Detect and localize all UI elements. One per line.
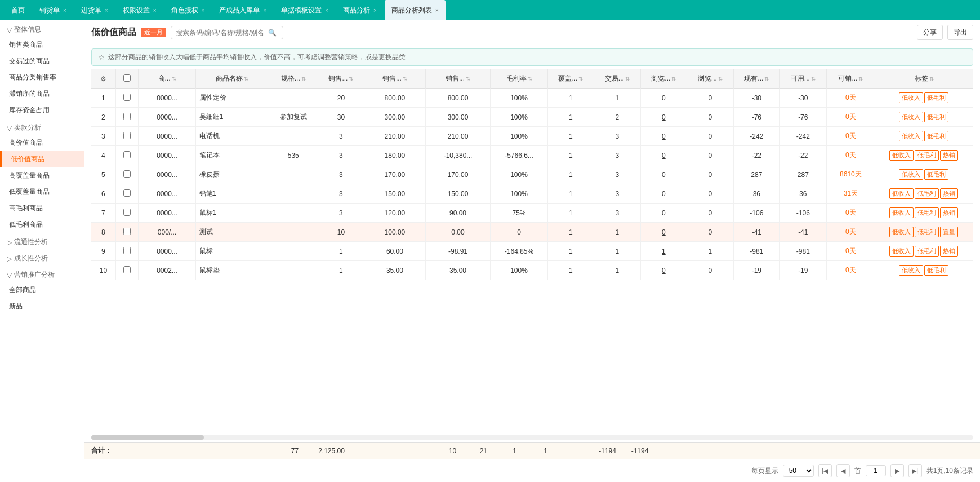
search-input[interactable] [176,29,266,37]
row-views1[interactable]: 0 [640,127,687,146]
col-header-margin[interactable]: 毛利率⇅ [491,69,547,89]
col-header-saleable[interactable]: 可销...⇅ [826,69,875,89]
sort-icon-current[interactable]: ⇅ [764,76,769,82]
sidebar-item-高覆盖量商品[interactable]: 高覆盖量商品 [0,167,84,184]
next-page-button[interactable]: ▶ [890,464,904,477]
close-icon[interactable]: × [202,7,205,14]
close-icon[interactable]: × [63,7,66,14]
search-box[interactable]: 🔍 [171,26,283,39]
close-icon[interactable]: × [325,7,328,14]
sidebar-item-库存资金占用[interactable]: 库存资金占用 [0,102,84,118]
row-checkbox[interactable] [115,223,139,242]
col-header-tag[interactable]: 标签⇅ [875,69,973,89]
share-button[interactable]: 分享 [917,25,943,40]
sidebar-section-卖款分析[interactable]: ▽ 卖款分析 [0,118,84,135]
sort-icon-sales_qty[interactable]: ⇅ [349,76,353,82]
sidebar-item-销售类商品[interactable]: 销售类商品 [0,37,84,53]
row-views1[interactable]: 0 [640,261,687,280]
time-badge[interactable]: 近一月 [141,28,166,37]
row-views1[interactable]: 0 [640,165,687,184]
col-header-checkbox[interactable] [115,69,139,89]
row-checkbox[interactable] [115,108,139,127]
scrollbar-thumb[interactable] [91,435,204,440]
col-header-coverage[interactable]: 覆盖...⇅ [547,69,594,89]
row-views1[interactable]: 0 [640,223,687,242]
close-icon[interactable]: × [373,7,377,14]
page-size-select[interactable]: 50 100 200 [783,465,814,477]
sidebar-item-低覆盖量商品[interactable]: 低覆盖量商品 [0,184,84,200]
nav-item-销货单[interactable]: 销货单× [33,0,73,20]
row-views1[interactable]: 0 [640,146,687,165]
sort-icon-spec[interactable]: ⇅ [301,76,306,82]
col-header-sales_qty[interactable]: 销售...⇅ [318,69,364,89]
nav-item-商品分析[interactable]: 商品分析× [336,0,384,20]
sidebar-item-高毛利商品[interactable]: 高毛利商品 [0,200,84,216]
sidebar-item-低价值商品[interactable]: 低价值商品 [0,151,84,167]
gear-icon[interactable]: ⚙ [100,75,106,83]
col-header-views2[interactable]: 浏览...⇅ [687,69,733,89]
row-checkbox[interactable] [115,184,139,204]
sort-icon-sales_avg[interactable]: ⇅ [466,76,470,82]
sort-icon-saleable[interactable]: ⇅ [858,76,863,82]
sidebar-item-全部商品[interactable]: 全部商品 [0,282,84,298]
sort-icon-coverage[interactable]: ⇅ [578,76,583,82]
nav-item-产成品入库单[interactable]: 产成品入库单× [212,0,273,20]
sidebar-item-高价值商品[interactable]: 高价值商品 [0,135,84,151]
sort-icon-views2[interactable]: ⇅ [718,76,723,82]
sidebar-section-成长性分析[interactable]: ▷ 成长性分析 [0,249,84,266]
row-checkbox[interactable] [115,165,139,184]
export-button[interactable]: 导出 [947,25,973,40]
col-header-current[interactable]: 现有...⇅ [733,69,779,89]
search-icon[interactable]: 🔍 [268,29,277,37]
sort-icon-name[interactable]: ⇅ [244,76,248,82]
nav-item-单据模板设置[interactable]: 单据模板设置× [274,0,335,20]
sidebar-item-交易过的商品[interactable]: 交易过的商品 [0,53,84,69]
sort-icon-transactions[interactable]: ⇅ [625,76,630,82]
prev-page-button[interactable]: ◀ [836,464,850,477]
row-checkbox[interactable] [115,204,139,223]
nav-item-商品分析列表[interactable]: 商品分析列表× [385,0,446,20]
first-page-button[interactable]: |◀ [818,464,832,477]
last-page-button[interactable]: ▶| [908,464,922,477]
row-checkbox[interactable] [115,127,139,146]
sidebar-section-流通性分析[interactable]: ▷ 流通性分析 [0,233,84,249]
page-number-input[interactable] [866,465,886,476]
sidebar-item-新品[interactable]: 新品 [0,298,84,315]
close-icon[interactable]: × [263,7,266,14]
nav-item-进货单[interactable]: 进货单× [74,0,115,20]
sort-icon-margin[interactable]: ⇅ [528,76,532,82]
row-views1[interactable]: 1 [640,242,687,261]
row-checkbox[interactable] [115,89,139,108]
col-header-sales_amt[interactable]: 销售...⇅ [364,69,426,89]
sidebar-item-商品分类销售率[interactable]: 商品分类销售率 [0,69,84,86]
col-header-available[interactable]: 可用...⇅ [780,69,826,89]
sidebar-item-滞销序的商品[interactable]: 滞销序的商品 [0,86,84,102]
scrollbar[interactable] [91,435,973,440]
sort-icon-tag[interactable]: ⇅ [929,76,934,82]
col-header-code[interactable]: 商...⇅ [139,69,195,89]
row-checkbox[interactable] [115,146,139,165]
col-header-transactions[interactable]: 交易...⇅ [594,69,640,89]
nav-item-权限设置[interactable]: 权限设置× [116,0,163,20]
sort-icon-code[interactable]: ⇅ [172,76,176,82]
row-views1[interactable]: 0 [640,89,687,108]
select-all-checkbox[interactable] [123,74,131,82]
row-views1[interactable]: 0 [640,184,687,204]
sidebar-section-整体信息[interactable]: ▽ 整体信息 [0,20,84,37]
row-checkbox[interactable] [115,261,139,280]
row-checkbox[interactable] [115,242,139,261]
sidebar-section-营销推广分析[interactable]: ▽ 营销推广分析 [0,266,84,282]
col-header-sales_avg[interactable]: 销售...⇅ [425,69,491,89]
row-views1[interactable]: 0 [640,204,687,223]
sort-icon-available[interactable]: ⇅ [811,76,816,82]
col-header-spec[interactable]: 规格...⇅ [269,69,318,89]
col-header-views1[interactable]: 浏览...⇅ [640,69,687,89]
sort-icon-sales_amt[interactable]: ⇅ [403,76,407,82]
sort-icon-views1[interactable]: ⇅ [671,76,676,82]
col-header-gear[interactable]: ⚙ [91,69,115,89]
sidebar-item-低毛利商品[interactable]: 低毛利商品 [0,216,84,233]
close-icon[interactable]: × [105,7,108,14]
close-icon[interactable]: × [153,7,157,14]
nav-item-首页[interactable]: 首页 [5,0,32,20]
close-icon[interactable]: × [435,7,439,14]
